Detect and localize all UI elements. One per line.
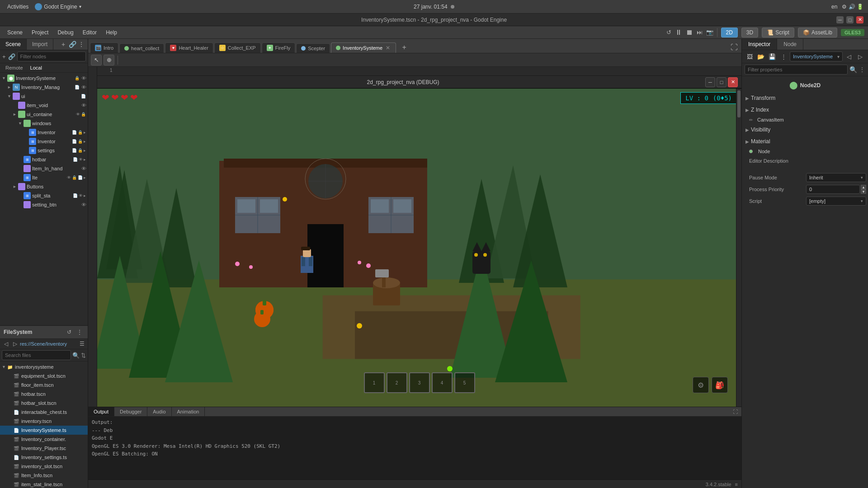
menu-scene[interactable]: Scene (4, 28, 26, 37)
inspector-filter-search-icon[interactable]: 🔍 (849, 66, 857, 73)
fs-layout-button[interactable]: ☰ (78, 340, 86, 348)
fs-item-hotbar[interactable]: 🎬 hotbar.tscn (0, 389, 88, 399)
tree-item-inventory-manager[interactable]: ► N Inventory_Manag 📄 👁 (0, 83, 88, 92)
priority-up-button[interactable]: ▲ (861, 185, 866, 189)
fs-search-input[interactable] (2, 350, 71, 360)
tree-item-item-void[interactable]: item_void 👁 (0, 101, 88, 110)
minimize-button[interactable]: ─ (836, 16, 844, 23)
viewport-maximize-button[interactable]: ⛶ (729, 42, 740, 53)
inspector-filter-input[interactable] (745, 65, 848, 75)
inspector-nav-back[interactable]: ◁ (844, 52, 854, 61)
tab-add-button[interactable]: + (399, 42, 410, 53)
inspector-history-back[interactable]: 🖼 (745, 52, 755, 61)
link-node-button[interactable]: 🔗 (68, 40, 77, 49)
activities-button[interactable]: Activities (5, 3, 31, 11)
eye-icon-10[interactable]: 👁 (81, 166, 86, 171)
tree-item-buttons[interactable]: ► Buttons (0, 182, 88, 191)
fs-item-item-stat-line[interactable]: 🎬 item_stat_line.tscn (0, 480, 88, 488)
tree-item-inventor-2[interactable]: ⊞ Inventor 📄 🔒 ▸ (0, 137, 88, 146)
btn-script[interactable]: 📜 Script (762, 28, 794, 38)
maximize-button[interactable]: □ (846, 16, 854, 23)
sort-icon[interactable]: ⇅ (81, 352, 86, 359)
settings-inventory-button[interactable]: 🎒 (712, 377, 728, 393)
remote-button[interactable]: Remote (4, 65, 25, 71)
tab-heart-healer[interactable]: ♥ Heart_Healer (165, 42, 213, 53)
script-value[interactable]: [empty] ▾ (806, 197, 866, 206)
tab-intro[interactable]: 🎬 Intro (90, 42, 118, 53)
output-tab-debugger[interactable]: Debugger (114, 407, 147, 416)
tab-inventorysysteme[interactable]: InventorySysteme ✕ (331, 42, 396, 53)
fs-item-item-info[interactable]: 🎬 Item_Info.tscn (0, 471, 88, 480)
inspector-options[interactable]: ⋮ (778, 52, 788, 61)
fs-item-equipment-slot[interactable]: 🎬 equipment_slot.tscn (0, 371, 88, 380)
tree-item-setting-btn[interactable]: setting_btn 👁 (0, 200, 88, 209)
tree-item-settings[interactable]: ⊞ settings 📄 🔒 ▸ (0, 146, 88, 155)
tree-item-ui[interactable]: ▼ ui 📄 (0, 92, 88, 101)
tree-item-item-in-hand[interactable]: Item_In_hand 👁 (0, 164, 88, 173)
debug-minimize[interactable]: ─ (705, 77, 715, 87)
fs-reload-button[interactable]: ↺ (65, 328, 74, 337)
fs-options-button[interactable]: ⋮ (75, 328, 84, 337)
output-expand-icon[interactable]: ⛶ (733, 409, 738, 414)
fs-item-inventory-systeme-ts[interactable]: 📄 InventorySysteme.ts (0, 426, 88, 435)
eye-icon-0[interactable]: 👁 (81, 75, 86, 81)
fs-forward-button[interactable]: ▷ (11, 340, 19, 348)
menu-help[interactable]: Help (102, 28, 121, 37)
inspector-save[interactable]: 💾 (767, 52, 777, 61)
output-settings-icon[interactable]: ≡ (735, 482, 738, 487)
output-tab-animation[interactable]: Animation (172, 407, 205, 416)
close-button[interactable]: ✕ (856, 16, 863, 23)
stop-icon[interactable]: ⏹ (686, 28, 693, 37)
tree-item-inventorysysteme[interactable]: ▼ ⬤ InventorySysteme 🔒 👁 (0, 74, 88, 83)
inspector-material-header[interactable]: ▶ Material (745, 137, 864, 146)
menu-project[interactable]: Project (28, 28, 52, 37)
move-tool[interactable]: ⊕ (104, 55, 114, 66)
inspector-visibility-header[interactable]: ▶ Visibility (745, 125, 864, 134)
tree-item-windows[interactable]: ▼ windows (0, 119, 88, 128)
fs-item-inventory[interactable]: 🎬 inventory.tscn (0, 417, 88, 426)
tab-scepter[interactable]: Scepter (296, 43, 330, 53)
select-tool[interactable]: ↖ (91, 55, 102, 66)
fs-item-floor-item[interactable]: 🎬 floor_item.tscn (0, 380, 88, 389)
process-priority-value[interactable]: 0 (806, 185, 860, 194)
step-icon[interactable]: ⏭ (697, 29, 703, 36)
tab-collect-exp[interactable]: ☆ Collect_EXP (214, 42, 261, 53)
viewport-scrollbar[interactable] (736, 89, 741, 407)
settings-gear-button[interactable]: ⚙ (693, 377, 709, 393)
tab-close-inventorysysteme[interactable]: ✕ (385, 45, 391, 51)
fs-item-hotbar-slot[interactable]: 🎬 hotbar_slot.tscn (0, 399, 88, 408)
eye-icon-14[interactable]: 👁 (81, 202, 86, 207)
fs-item-inventory-player[interactable]: 🎬 Inventory_Player.tsc (0, 444, 88, 453)
tree-item-ite[interactable]: ⊞ Ite 👁 🔒 📄 ▸ (0, 173, 88, 182)
btn-2d[interactable]: 2D (721, 28, 738, 38)
tab-firefly[interactable]: ✦ FireFly (262, 42, 296, 53)
inspector-open-file[interactable]: 📂 (756, 52, 766, 61)
fs-item-inventory-settings[interactable]: 📄 Inventory_settings.ts (0, 453, 88, 462)
tree-item-inventor-1[interactable]: ⊞ Inventor 📄 🔒 ▸ (0, 128, 88, 137)
refresh-icon[interactable]: ↺ (666, 29, 671, 36)
output-tab-output[interactable]: Output (88, 407, 114, 416)
local-button[interactable]: Local (28, 65, 44, 71)
tab-heart-collect[interactable]: heart_collect (119, 43, 164, 53)
output-tab-audio[interactable]: Audio (147, 407, 171, 416)
menu-debug[interactable]: Debug (54, 28, 77, 37)
more-options-button[interactable]: ⋮ (77, 40, 86, 49)
btn-assetlib[interactable]: 📦 AssetLib (798, 28, 837, 38)
add-child-button[interactable]: + (2, 52, 6, 61)
menu-editor[interactable]: Editor (79, 28, 100, 37)
debug-maximize[interactable]: □ (717, 77, 726, 87)
priority-down-button[interactable]: ▼ (861, 189, 866, 194)
fs-item-inventory-container[interactable]: 🎬 Inventory_container. (0, 435, 88, 444)
pause-mode-value[interactable]: Inherit ▾ (806, 173, 866, 182)
eye-icon-1[interactable]: 👁 (81, 84, 86, 90)
pause-icon[interactable]: ⏸ (675, 28, 682, 37)
inspector-zindex-header[interactable]: ▶ Z Index (745, 105, 864, 114)
inspector-tab-node[interactable]: Node (777, 39, 803, 50)
tree-item-hotbar[interactable]: ⊞ hotbar 📄 👁 ▸ (0, 155, 88, 164)
tab-scene[interactable]: Scene (0, 39, 27, 50)
instance-button[interactable]: 🔗 (8, 52, 16, 61)
filter-nodes-input[interactable] (17, 52, 86, 61)
fs-back-button[interactable]: ◁ (2, 340, 10, 348)
inspector-nav-forward[interactable]: ▷ (855, 52, 865, 61)
tab-import[interactable]: Import (27, 39, 53, 50)
